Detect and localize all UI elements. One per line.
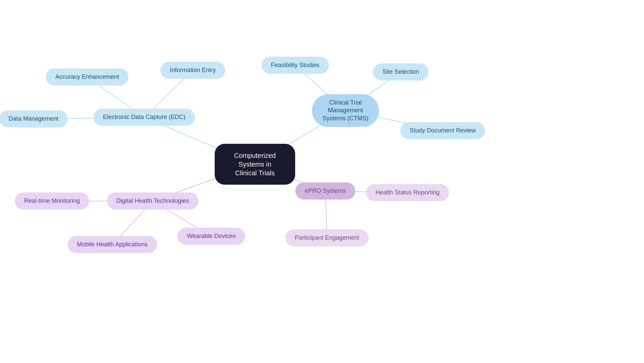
node-health-status[interactable]: Health Status Reporting bbox=[366, 184, 449, 201]
node-epro[interactable]: ePRO Systems bbox=[295, 182, 355, 199]
node-dht[interactable]: Digital Health Technologies bbox=[107, 192, 199, 209]
node-site-selection[interactable]: Site Selection bbox=[373, 63, 429, 80]
node-wearable[interactable]: Wearable Devices bbox=[177, 228, 245, 245]
node-feasibility[interactable]: Feasibility Studies bbox=[261, 57, 329, 74]
center-node[interactable]: Computerized Systems in Clinical Trials bbox=[215, 144, 295, 185]
node-ctms[interactable]: Clinical Trial Management Systems (CTMS) bbox=[312, 94, 379, 127]
node-mobile-health[interactable]: Mobile Health Applications bbox=[67, 236, 157, 253]
mind-map: Computerized Systems in Clinical TrialsE… bbox=[0, 0, 644, 363]
node-participant[interactable]: Participant Engagement bbox=[285, 229, 369, 246]
node-accuracy[interactable]: Accuracy Enhancement bbox=[46, 68, 128, 85]
node-realtime[interactable]: Real-time Monitoring bbox=[15, 192, 89, 209]
node-info-entry[interactable]: Information Entry bbox=[160, 62, 225, 79]
node-edc[interactable]: Electronic Data Capture (EDC) bbox=[94, 109, 195, 126]
node-study-doc[interactable]: Study Document Review bbox=[400, 122, 485, 139]
node-data-mgmt[interactable]: Data Management bbox=[0, 110, 68, 127]
connections-svg bbox=[0, 0, 644, 363]
